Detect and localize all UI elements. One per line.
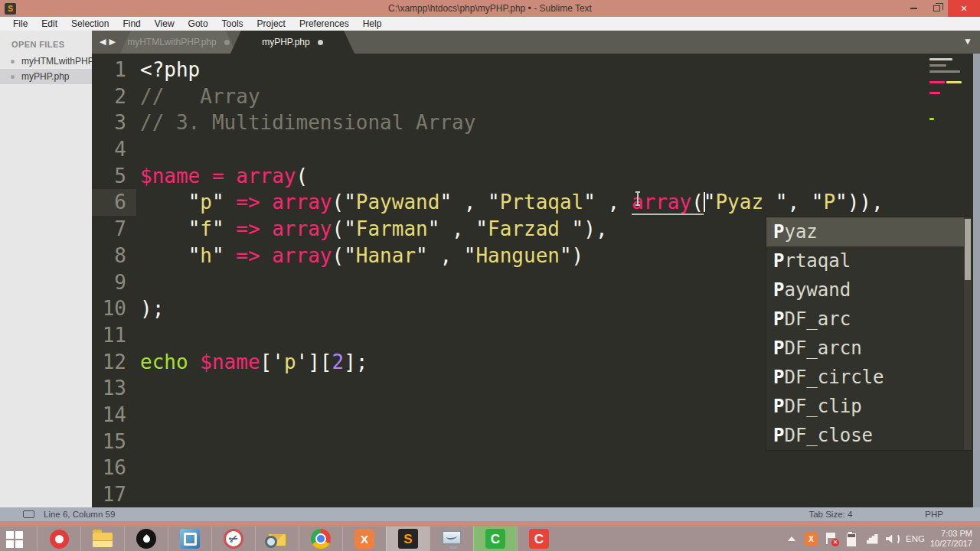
window-title: C:\xampp\htdocs\php\myPHP.php • - Sublim… <box>0 3 980 14</box>
autocomplete-item-pdf_clip[interactable]: PDF_clip <box>766 392 972 421</box>
line-number[interactable]: 5 <box>92 163 136 190</box>
syntax-indicator[interactable]: PHP <box>925 510 943 519</box>
code-line-4: 4 <box>92 136 980 163</box>
autocomplete-item-pdf_circle[interactable]: PDF_circle <box>766 363 972 392</box>
taskbar-button-chrome[interactable] <box>299 527 342 551</box>
taskbar-button-pen[interactable] <box>124 527 168 551</box>
line-number[interactable]: 9 <box>92 269 136 296</box>
xampp-tray-icon[interactable]: X <box>805 533 818 546</box>
line-number[interactable]: 1 <box>92 57 136 83</box>
line-number[interactable]: 3 <box>92 109 136 136</box>
taskbar-button-sublime[interactable]: S <box>386 527 430 551</box>
code-token <box>260 244 273 267</box>
taskbar-button-opera[interactable] <box>37 527 80 551</box>
code-token: Pyaz <box>715 191 775 214</box>
autocomplete-item-pdf_arc[interactable]: PDF_arc <box>766 305 972 334</box>
minimize-button[interactable] <box>902 0 925 17</box>
line-number[interactable]: 12 <box>92 349 136 376</box>
line-number[interactable]: 17 <box>92 481 136 507</box>
code-token: , <box>787 191 811 214</box>
clock[interactable]: 7:03 PM 10/27/2017 <box>930 529 975 549</box>
popup-scrollbar-thumb[interactable] <box>965 219 971 280</box>
start-button[interactable] <box>0 527 37 551</box>
autocomplete-item-paywand[interactable]: Paywand <box>766 276 972 305</box>
signal-icon[interactable] <box>864 531 880 546</box>
line-content <box>136 136 140 163</box>
popup-scrollbar[interactable] <box>964 217 972 450</box>
line-number[interactable]: 15 <box>92 429 136 455</box>
menu-item-help[interactable]: Help <box>356 18 389 29</box>
minimap[interactable] <box>926 58 965 135</box>
line-number[interactable]: 10 <box>92 295 136 322</box>
tab-myphp-php[interactable]: myPHP.php <box>230 31 354 54</box>
tab-scroll-right-icon[interactable]: ▶ <box>109 37 115 47</box>
window-border <box>0 521 980 527</box>
line-number[interactable]: 8 <box>92 243 136 269</box>
text-caret <box>704 192 705 212</box>
tab-size-indicator[interactable]: Tab Size: 4 <box>808 510 852 519</box>
taskbar-button-xampp[interactable]: X <box>342 527 386 551</box>
sidebar-item-myhtmlwithphp-[interactable]: myHTMLwithPHP. <box>0 54 92 69</box>
code-token: " <box>212 244 224 267</box>
code-token: ( <box>332 217 345 240</box>
taskbar-button-recorder[interactable]: C <box>517 527 560 551</box>
restore-icon <box>933 5 940 11</box>
taskbar-button-explorer[interactable] <box>80 527 124 551</box>
close-button[interactable]: × <box>948 0 980 17</box>
autocomplete-item-prtaqal[interactable]: Prtaqal <box>766 246 972 276</box>
menu-item-edit[interactable]: Edit <box>34 18 64 29</box>
line-number[interactable]: 2 <box>92 83 136 110</box>
code-token <box>188 350 201 373</box>
autocomplete-item-pdf_arcn[interactable]: PDF_arcn <box>766 334 972 363</box>
tab-scroll-left-icon[interactable]: ◀ <box>100 37 106 47</box>
code-editor[interactable]: 1<?php2// Array3// 3. Multidimensional A… <box>92 54 980 507</box>
autocomplete-item-pyaz[interactable]: Pyaz <box>766 217 972 246</box>
language-indicator[interactable]: ENG <box>906 534 925 543</box>
menu-item-preferences[interactable]: Preferences <box>292 18 356 29</box>
taskbar: ✂XSCC X✕ ENG 7:03 PM 10/27/2017 <box>0 527 980 551</box>
code-token: " <box>439 191 452 214</box>
sidebar-item-myphp-php[interactable]: myPHP.php <box>0 69 92 84</box>
code-token: f <box>200 217 212 240</box>
code-token <box>140 217 188 240</box>
taskbar-button-monitor[interactable] <box>430 527 473 551</box>
tab-bar: ◀ ▶ myHTMLwithPHP.phpmyPHP.php ▼ <box>92 31 980 54</box>
code-token: array <box>272 244 332 267</box>
taskbar-button-mailsearch[interactable] <box>255 527 299 551</box>
code-token: ( <box>691 191 704 215</box>
line-number[interactable]: 11 <box>92 322 136 349</box>
line-number[interactable]: 6 <box>92 189 136 216</box>
clock-time: 7:03 PM <box>930 529 972 539</box>
taskbar-button-camtasia[interactable]: C <box>473 527 517 551</box>
flag-icon[interactable]: ✕ <box>823 531 838 546</box>
speaker-icon[interactable] <box>885 531 900 546</box>
line-number[interactable]: 4 <box>92 136 136 163</box>
editor-scrollbar[interactable] <box>973 54 980 507</box>
menu-item-file[interactable]: File <box>6 18 34 29</box>
menu-item-selection[interactable]: Selection <box>64 18 116 29</box>
line-number[interactable]: 7 <box>92 216 136 243</box>
vintage-mode-icon[interactable] <box>23 510 34 518</box>
chevron-up-icon[interactable] <box>784 531 799 546</box>
code-token: ), <box>583 217 607 240</box>
line-number[interactable]: 13 <box>92 375 136 402</box>
menu-item-goto[interactable]: Goto <box>181 18 215 29</box>
battery-icon[interactable] <box>844 531 859 546</box>
taskbar-button-vmware[interactable] <box>168 527 211 551</box>
code-token: = <box>212 165 224 187</box>
restore-button[interactable] <box>925 0 948 17</box>
taskbar-button-snip[interactable]: ✂ <box>211 527 255 551</box>
line-number[interactable]: 16 <box>92 455 136 481</box>
tab-overflow-icon[interactable]: ▼ <box>963 36 972 47</box>
autocomplete-item-pdf_close[interactable]: PDF_close <box>766 421 972 450</box>
menu-item-view[interactable]: View <box>148 18 181 29</box>
vmware-icon <box>180 529 200 549</box>
tab-myhtmlwithphp-php[interactable]: myHTMLwithPHP.php <box>120 31 237 54</box>
line-number[interactable]: 14 <box>92 402 136 429</box>
minimize-icon <box>910 8 917 9</box>
code-token: 2 <box>332 350 345 373</box>
menu-item-project[interactable]: Project <box>250 18 292 29</box>
code-line-3: 3// 3. Multidimensional Array <box>92 109 980 136</box>
menu-item-find[interactable]: Find <box>116 18 147 29</box>
menu-item-tools[interactable]: Tools <box>215 18 250 29</box>
